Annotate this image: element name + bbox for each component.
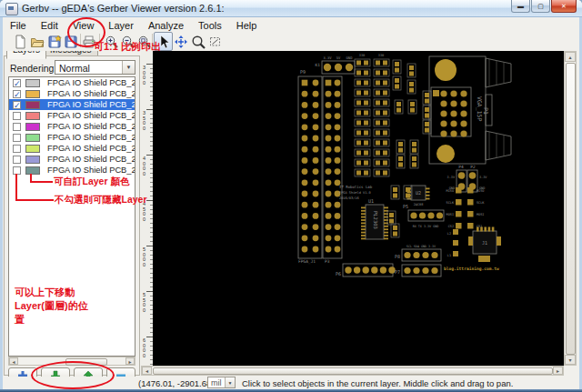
new-button[interactable] (10, 32, 29, 51)
zoom-tool-button[interactable] (188, 32, 207, 51)
svg-text:MOSI: MOSI (447, 213, 454, 216)
layer-visibility-checkbox[interactable] (13, 166, 21, 175)
svg-text:P8: P8 (395, 254, 400, 259)
cursor-coordinates: (1476.01, -2901.68) (138, 378, 214, 388)
chevron-down-icon[interactable]: ▼ (225, 377, 235, 387)
layer-row[interactable]: FPGA IO Shield PCB_20160225- (9, 121, 135, 132)
rendering-label: Rendering: (10, 63, 56, 74)
ruler-label: 3 5 0 0 (143, 111, 146, 131)
layer-visibility-checkbox[interactable]: ✓ (13, 90, 21, 98)
scroll-up-icon[interactable]: ▴ (565, 52, 576, 62)
scrollbar-thumb[interactable] (153, 367, 553, 375)
scrollbar-thumb[interactable] (65, 358, 107, 366)
scroll-right-icon[interactable]: ▸ (553, 367, 563, 375)
layer-color-swatch[interactable] (25, 79, 40, 87)
window-title: Gerbv -- gEDA's Gerber Viewer version 2.… (22, 3, 225, 14)
layer-visibility-checkbox[interactable] (13, 145, 21, 153)
toolbar (3, 31, 579, 51)
menu-bar: FileEditViewLayerAnalyzeToolsHelp (3, 16, 579, 31)
measure-tool-button[interactable] (206, 32, 225, 51)
close-button[interactable]: ✕ (551, 0, 577, 13)
app-window: Gerbv -- gEDA's Gerber Viewer version 2.… (0, 0, 582, 392)
layer-color-swatch[interactable] (25, 123, 40, 131)
layer-list-hscrollbar[interactable]: ◂ ▸ (8, 357, 135, 366)
layer-row[interactable]: ✓FPGA IO Shield PCB_20160225- (9, 88, 135, 99)
title-bar[interactable]: Gerbv -- gEDA's Gerber Viewer version 2.… (0, 0, 582, 17)
layer-color-swatch[interactable] (25, 134, 40, 142)
canvas-vscrollbar[interactable]: ▴ ▾ (564, 51, 577, 366)
status-bar: (1476.01, -2901.68) mil ▼ Click to selec… (3, 377, 579, 389)
scrollbar-thumb[interactable] (566, 63, 576, 355)
rendering-value: Normal (59, 63, 90, 74)
svg-text:VGA_15P: VGA_15P (476, 96, 483, 121)
layer-row[interactable]: FPGA IO Shield PCB_20160225- (9, 132, 135, 143)
zoom-fit-button[interactable] (135, 32, 154, 51)
layer-color-swatch[interactable] (25, 101, 40, 109)
layer-row[interactable]: ✓FPGA IO Shield PCB_20160225- (9, 77, 135, 88)
ruler-label: 3 0 0 0 (143, 65, 146, 85)
layer-name: FPGA IO Shield PCB_20160225. (47, 155, 135, 164)
layer-color-swatch[interactable] (25, 90, 40, 98)
layer-color-swatch[interactable] (25, 156, 40, 164)
unit-value: mil (211, 378, 222, 387)
layer-row[interactable]: ✓FPGA IO Shield PCB_20160225- (9, 99, 135, 110)
svg-text:SCLK: SCLK (447, 201, 455, 205)
layer-row[interactable]: FPGA IO Shield PCB_20160225- (9, 143, 135, 154)
svg-text:P7: P7 (395, 269, 400, 275)
layers-panel-body: Rendering: Normal ▼ ✓FPGA IO Shield PCB_… (4, 55, 140, 376)
svg-text:2016/03/16: 2016/03/16 (339, 196, 359, 200)
maximize-button[interactable]: ▢ (531, 0, 550, 13)
gerber-canvas[interactable]: P9 K1 3.3V 5V GND 330 330 FPGA_J1 P3 VGA… (153, 51, 564, 366)
ruler-label: 5 5 0 0 (143, 293, 146, 313)
ruler-label: 4 0 0 0 (143, 156, 146, 176)
layer-visibility-checkbox[interactable] (13, 156, 21, 164)
canvas-hscrollbar[interactable]: ◂ ▸ (141, 366, 564, 376)
print-button[interactable] (79, 32, 98, 51)
minimize-button[interactable]: ▬ (511, 0, 530, 13)
app-icon (5, 3, 18, 15)
svg-text:MOSI: MOSI (477, 213, 484, 216)
svg-text:CS2: CS2 (448, 225, 454, 228)
open-button[interactable] (27, 32, 46, 51)
svg-text:L1: L1 (447, 254, 451, 257)
layer-color-swatch[interactable] (25, 112, 40, 120)
layer-visibility-checkbox[interactable] (13, 134, 21, 142)
layer-row[interactable]: FPGA IO Shield PCB_20160225- (9, 110, 135, 121)
svg-text:330: 330 (378, 54, 384, 57)
layer-color-swatch[interactable] (25, 145, 40, 153)
svg-text:P6: P6 (336, 271, 341, 276)
layer-list[interactable]: ✓FPGA IO Shield PCB_20160225-✓FPGA IO Sh… (8, 76, 135, 357)
svg-text:RX TX 3.3V GND: RX TX 3.3V GND (413, 225, 439, 228)
scroll-down-icon[interactable]: ▾ (565, 355, 576, 365)
layer-name: FPGA IO Shield PCB_20160225- (47, 144, 135, 153)
unit-combobox[interactable]: mil ▼ (207, 377, 236, 388)
pointer-tool-button[interactable] (154, 32, 173, 51)
svg-text:SCL SDA GND 3.3V: SCL SDA GND 3.3V (406, 245, 436, 248)
chevron-down-icon[interactable]: ▼ (122, 61, 135, 74)
rendering-combobox[interactable]: Normal ▼ (55, 60, 135, 75)
layer-name: FPGA IO Shield PCB_20160225- (47, 133, 135, 142)
svg-text:IT Robotics Lab: IT Robotics Lab (339, 185, 373, 189)
svg-text:MISO: MISO (477, 189, 484, 193)
scroll-left-icon[interactable]: ◂ (142, 367, 152, 375)
svg-text:FPGA Shield V1.0: FPGA Shield V1.0 (339, 191, 371, 195)
svg-text:MISO: MISO (447, 189, 454, 193)
scroll-left-icon[interactable]: ◂ (9, 357, 18, 365)
scroll-right-icon[interactable]: ▸ (125, 357, 135, 365)
layer-visibility-checkbox[interactable] (13, 112, 21, 120)
ruler-label: 5 0 0 0 (143, 247, 146, 267)
layer-color-swatch[interactable] (25, 166, 40, 175)
save-button[interactable] (61, 32, 80, 51)
layer-visibility-checkbox[interactable]: ✓ (13, 79, 21, 87)
pan-tool-button[interactable] (171, 32, 190, 51)
layer-name: FPGA IO Shield PCB_20160225- (47, 166, 135, 175)
layer-visibility-checkbox[interactable] (13, 123, 21, 131)
layer-visibility-checkbox[interactable]: ✓ (13, 101, 21, 109)
svg-text:P2: P2 (470, 165, 476, 169)
svg-text:J1: J1 (482, 240, 487, 246)
status-hint: Click to select objects in the current l… (242, 378, 513, 388)
layer-row[interactable]: FPGA IO Shield PCB_20160225. (9, 154, 135, 165)
layer-name: FPGA IO Shield PCB_20160225- (47, 122, 135, 131)
svg-text:SCLK: SCLK (477, 201, 485, 205)
layer-row[interactable]: FPGA IO Shield PCB_20160225- (9, 165, 135, 176)
